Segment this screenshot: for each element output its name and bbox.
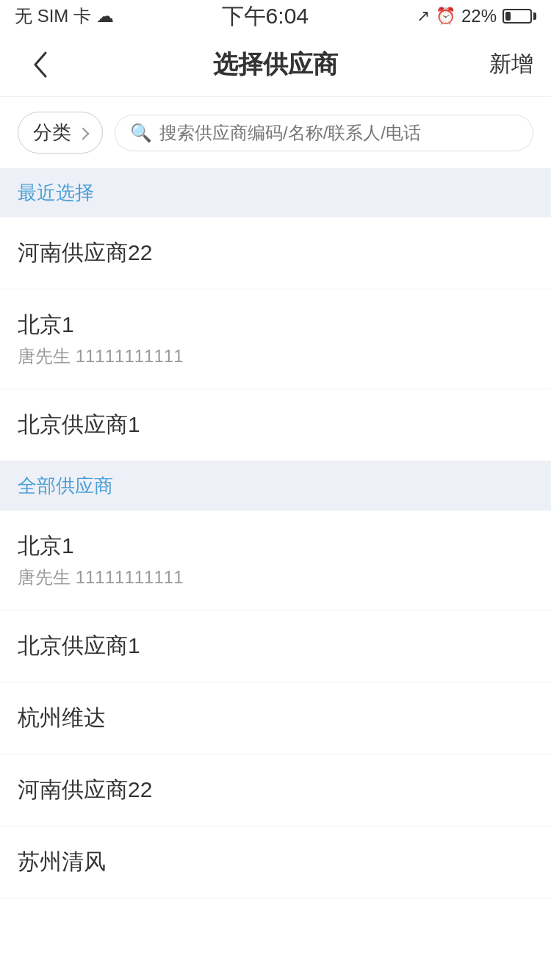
item-name: 河南供应商22 bbox=[18, 238, 533, 268]
chevron-icon bbox=[77, 127, 90, 140]
back-button[interactable] bbox=[18, 43, 62, 87]
list-item[interactable]: 河南供应商22 bbox=[0, 217, 551, 289]
page-title: 选择供应商 bbox=[213, 48, 338, 82]
item-name: 北京1 bbox=[18, 531, 533, 561]
list-item[interactable]: 苏州清风 bbox=[0, 826, 551, 898]
recent-section-header: 最近选择 bbox=[0, 168, 551, 217]
list-item[interactable]: 北京供应商1 bbox=[0, 610, 551, 682]
all-section-header: 全部供应商 bbox=[0, 461, 551, 511]
status-left: 无 SIM 卡 ☁ bbox=[15, 4, 114, 28]
status-right: ↗ ⏰ 22% bbox=[417, 6, 536, 26]
item-name: 北京供应商1 bbox=[18, 410, 533, 440]
category-label: 分类 bbox=[33, 120, 71, 145]
item-name: 杭州维达 bbox=[18, 703, 533, 733]
sim-status: 无 SIM 卡 ☁ bbox=[15, 4, 114, 28]
category-button[interactable]: 分类 bbox=[18, 112, 103, 154]
list-item[interactable]: 北京供应商1 bbox=[0, 389, 551, 461]
search-icon: 🔍 bbox=[130, 123, 152, 143]
alarm-icon: ⏰ bbox=[436, 7, 455, 26]
search-input[interactable] bbox=[159, 123, 518, 143]
battery-percent: 22% bbox=[461, 6, 497, 26]
item-sub: 唐先生 11111111111 bbox=[18, 345, 533, 368]
list-item[interactable]: 河南供应商22 bbox=[0, 754, 551, 826]
battery-icon bbox=[503, 9, 536, 24]
item-name: 北京1 bbox=[18, 310, 533, 340]
item-name: 苏州清风 bbox=[18, 847, 533, 877]
recent-section-label: 最近选择 bbox=[18, 181, 94, 203]
location-icon: ↗ bbox=[417, 7, 430, 26]
status-time: 下午6:04 bbox=[222, 1, 309, 32]
item-name: 河南供应商22 bbox=[18, 775, 533, 805]
new-button[interactable]: 新增 bbox=[489, 49, 533, 79]
list-item[interactable]: 北京1唐先生 11111111111 bbox=[0, 289, 551, 389]
recent-list: 河南供应商22北京1唐先生 11111111111北京供应商1 bbox=[0, 217, 551, 461]
all-section-label: 全部供应商 bbox=[18, 475, 113, 497]
status-bar: 无 SIM 卡 ☁ 下午6:04 ↗ ⏰ 22% bbox=[0, 0, 551, 32]
nav-bar: 选择供应商 新增 bbox=[0, 32, 551, 97]
filter-bar: 分类 🔍 bbox=[0, 97, 551, 168]
all-list: 北京1唐先生 11111111111北京供应商1杭州维达河南供应商22苏州清风 bbox=[0, 511, 551, 898]
list-item[interactable]: 北京1唐先生 11111111111 bbox=[0, 511, 551, 610]
list-item[interactable]: 杭州维达 bbox=[0, 682, 551, 754]
item-name: 北京供应商1 bbox=[18, 631, 533, 661]
search-box[interactable]: 🔍 bbox=[115, 115, 533, 151]
item-sub: 唐先生 11111111111 bbox=[18, 566, 533, 589]
